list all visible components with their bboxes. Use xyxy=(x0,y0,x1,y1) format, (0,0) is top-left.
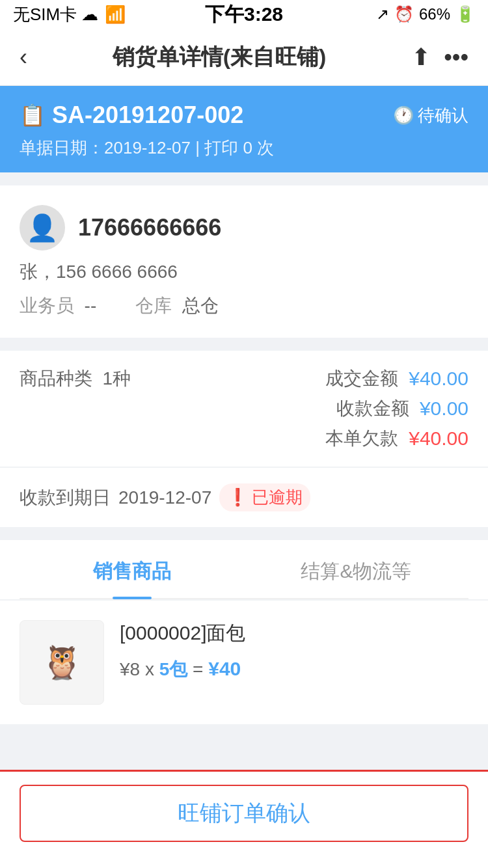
overdue-label: 已逾期 xyxy=(252,486,303,509)
tab-products[interactable]: 销售商品 xyxy=(20,540,244,598)
product-info: [0000002]面包 ¥8 x 5包 = ¥40 xyxy=(120,620,468,682)
due-date-value: 2019-12-07 xyxy=(118,487,211,508)
battery-label: 66% xyxy=(419,5,450,23)
share-icon[interactable]: ⬆ xyxy=(411,44,431,71)
nav-actions: ⬆ ••• xyxy=(411,44,468,71)
payment-amount-row: 收款金额 ¥0.00 xyxy=(336,396,468,421)
bottom-bar: 旺铺订单确认 xyxy=(0,770,488,868)
nav-bar: ‹ 销货单详情(来自旺铺) ⬆ ••• xyxy=(0,29,488,86)
order-icon: 📋 xyxy=(20,103,46,128)
more-icon[interactable]: ••• xyxy=(444,44,468,71)
product-types-label: 商品种类 1种 xyxy=(20,366,131,391)
product-name: [0000002]面包 xyxy=(120,620,468,647)
customer-phone: 17666666666 xyxy=(78,214,221,241)
status-right: ↗ ⏰ 66% 🔋 xyxy=(376,5,475,23)
customer-name: 张，156 6666 6666 xyxy=(20,260,468,284)
order-id: 📋 SA-20191207-002 xyxy=(20,102,243,129)
order-header-row: 📋 SA-20191207-002 🕐 待确认 xyxy=(20,102,468,129)
avatar: 👤 xyxy=(20,205,65,251)
product-placeholder-icon: 🦉 xyxy=(42,644,82,681)
product-price: ¥8 x 5包 = ¥40 xyxy=(120,657,468,682)
page-title: 销货单详情(来自旺铺) xyxy=(113,42,327,72)
status-left: 无SIM卡 ☁ 📶 xyxy=(13,3,126,26)
customer-row: 👤 17666666666 xyxy=(20,205,468,251)
confirm-order-button[interactable]: 旺铺订单确认 xyxy=(20,785,468,842)
deal-amount-row: 成交金额 ¥40.00 xyxy=(325,366,468,391)
product-image: 🦉 xyxy=(20,620,104,705)
customer-section: 👤 17666666666 张，156 6666 6666 业务员 -- 仓库 … xyxy=(0,185,488,338)
warning-icon: ❗ xyxy=(227,487,248,508)
clock-icon: 🕐 xyxy=(393,105,414,126)
salesperson-label: 业务员 -- xyxy=(20,293,96,318)
back-button[interactable]: ‹ xyxy=(20,44,27,71)
summary-section: 商品种类 1种 成交金额 ¥40.00 收款金额 ¥0.00 本单欠款 ¥40.… xyxy=(0,351,488,467)
wifi-icon: 📶 xyxy=(105,5,126,25)
sim-label: 无SIM卡 ☁ xyxy=(13,3,98,26)
header-card: 📋 SA-20191207-002 🕐 待确认 单据日期：2019-12-07 … xyxy=(0,86,488,172)
status-badge: 🕐 待确认 xyxy=(393,104,468,127)
product-section: 🦉 [0000002]面包 ¥8 x 5包 = ¥40 xyxy=(0,601,488,724)
owed-amount-row: 本单欠款 ¥40.00 xyxy=(325,426,468,451)
user-icon: 👤 xyxy=(26,213,59,243)
summary-right: 成交金额 ¥40.00 收款金额 ¥0.00 本单欠款 ¥40.00 xyxy=(325,366,468,451)
tab-settlement[interactable]: 结算&物流等 xyxy=(244,540,468,598)
tabs-row: 销售商品 结算&物流等 xyxy=(20,540,468,599)
product-item: 🦉 [0000002]面包 ¥8 x 5包 = ¥40 xyxy=(20,620,468,705)
deal-amount-value: ¥40.00 xyxy=(409,368,468,390)
location-icon: ↗ xyxy=(376,5,389,23)
warehouse-label: 仓库 总仓 xyxy=(135,293,219,318)
tabs-section: 销售商品 结算&物流等 xyxy=(0,540,488,599)
order-meta: 单据日期：2019-12-07 | 打印 0 次 xyxy=(20,137,468,159)
alarm-icon: ⏰ xyxy=(394,5,414,23)
owed-amount-value: ¥40.00 xyxy=(409,427,468,450)
battery-icon: 🔋 xyxy=(455,5,475,23)
status-time: 下午3:28 xyxy=(205,1,283,28)
summary-left: 商品种类 1种 xyxy=(20,366,131,391)
due-date-label: 收款到期日 xyxy=(20,485,111,510)
payment-amount-value: ¥0.00 xyxy=(420,398,468,420)
status-bar: 无SIM卡 ☁ 📶 下午3:28 ↗ ⏰ 66% 🔋 xyxy=(0,0,488,29)
overdue-badge: ❗ 已逾期 xyxy=(219,483,310,511)
customer-meta: 业务员 -- 仓库 总仓 xyxy=(20,293,468,318)
due-section: 收款到期日 2019-12-07 ❗ 已逾期 xyxy=(0,468,488,527)
